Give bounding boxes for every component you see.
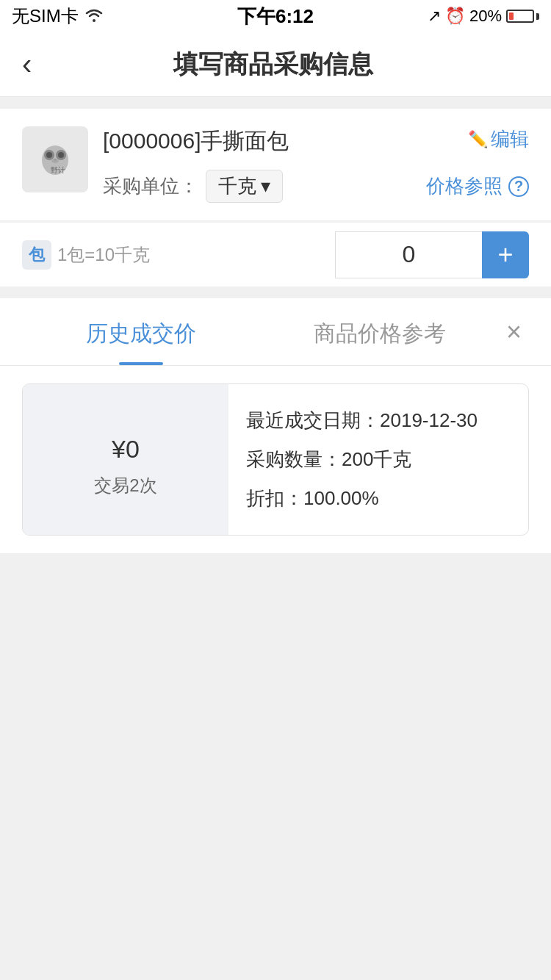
quantity-left: 包 1包=10千克 — [22, 240, 150, 270]
status-left: 无SIM卡 — [12, 4, 104, 28]
product-info: [0000006]手撕面包 ✏️ 编辑 采购单位： 千克 ▾ 价格参照 ? — [103, 126, 529, 203]
page-title: 填写商品采购信息 — [46, 48, 500, 82]
tab-history[interactable]: 历史成交价 — [22, 298, 260, 365]
recent-date-row: 最近成交日期：2019-12-30 — [246, 406, 511, 435]
tab-close-button[interactable]: × — [499, 317, 529, 347]
price-value: 0 — [126, 435, 140, 463]
battery-percent: 20% — [469, 7, 502, 26]
location-icon: ↗ — [428, 7, 441, 26]
purchase-qty-value: 200千克 — [342, 448, 411, 470]
wifi-icon — [84, 6, 104, 26]
history-price: ¥0 — [112, 422, 140, 466]
quantity-right: 0 + — [335, 231, 529, 278]
product-title: 手撕面包 — [201, 129, 289, 153]
info-icon: ? — [508, 176, 529, 197]
battery-indicator — [506, 10, 539, 23]
purchase-qty-label: 采购数量： — [246, 448, 342, 470]
history-detail-side: 最近成交日期：2019-12-30 采购数量：200千克 折扣：100.00% — [228, 384, 528, 535]
price-symbol: ¥ — [112, 435, 126, 463]
product-thumbnail: 野计 — [22, 126, 88, 192]
quantity-value: 0 — [403, 241, 416, 268]
edit-label: 编辑 — [491, 126, 529, 152]
unit-box: 包 — [22, 240, 51, 270]
product-thumb-icon: 野计 — [33, 134, 77, 185]
discount-row: 折扣：100.00% — [246, 484, 511, 513]
tabs-section: 历史成交价 商品价格参考 × ¥0 交易2次 最近成交日期：2019-12-30… — [0, 298, 551, 553]
history-content: ¥0 交易2次 最近成交日期：2019-12-30 采购数量：200千克 折扣：… — [0, 366, 551, 553]
status-bar: 无SIM卡 下午6:12 ↗ ⏰ 20% — [0, 0, 551, 32]
edit-icon: ✏️ — [468, 130, 488, 149]
edit-button[interactable]: ✏️ 编辑 — [468, 126, 529, 152]
quantity-plus-button[interactable]: + — [482, 231, 529, 278]
status-right: ↗ ⏰ 20% — [428, 7, 539, 26]
product-name: [0000006]手撕面包 — [103, 126, 289, 156]
alarm-icon: ⏰ — [445, 7, 465, 26]
svg-text:野计: 野计 — [51, 166, 65, 174]
svg-point-4 — [58, 152, 64, 158]
quantity-input[interactable]: 0 — [335, 231, 482, 278]
product-id: [0000006] — [103, 129, 201, 153]
quantity-section: 包 1包=10千克 0 + — [0, 222, 551, 287]
product-title-row: [0000006]手撕面包 ✏️ 编辑 — [103, 126, 529, 156]
bottom-area — [0, 553, 551, 980]
history-card: ¥0 交易2次 最近成交日期：2019-12-30 采购数量：200千克 折扣：… — [22, 383, 529, 536]
unit-select-dropdown[interactable]: 千克 ▾ — [206, 170, 283, 203]
back-button[interactable]: ‹ — [22, 48, 32, 81]
tabs-header: 历史成交价 商品价格参考 × — [0, 298, 551, 366]
discount-label: 折扣： — [246, 487, 303, 509]
history-price-side: ¥0 交易2次 — [23, 384, 228, 535]
recent-date-label: 最近成交日期： — [246, 409, 380, 431]
chevron-down-icon: ▾ — [261, 175, 270, 198]
unit-label: 采购单位： 千克 ▾ — [103, 170, 283, 203]
recent-date-value: 2019-12-30 — [380, 409, 478, 431]
unit-value: 千克 — [218, 173, 256, 199]
unit-description: 1包=10千克 — [57, 243, 150, 267]
price-ref-label: 价格参照 — [426, 173, 503, 199]
purchase-qty-row: 采购数量：200千克 — [246, 445, 511, 474]
nav-bar: ‹ 填写商品采购信息 — [0, 32, 551, 97]
svg-point-3 — [46, 152, 52, 158]
carrier-text: 无SIM卡 — [12, 4, 79, 28]
discount-value: 100.00% — [303, 487, 379, 509]
price-ref-button[interactable]: 价格参照 ? — [426, 173, 529, 199]
product-unit-row: 采购单位： 千克 ▾ 价格参照 ? — [103, 170, 529, 203]
tab-price-reference[interactable]: 商品价格参考 — [260, 298, 498, 365]
trade-count: 交易2次 — [94, 474, 156, 497]
status-time: 下午6:12 — [237, 4, 314, 29]
product-card: 野计 [0000006]手撕面包 ✏️ 编辑 采购单位： 千克 ▾ 价格参照 — [0, 109, 551, 220]
